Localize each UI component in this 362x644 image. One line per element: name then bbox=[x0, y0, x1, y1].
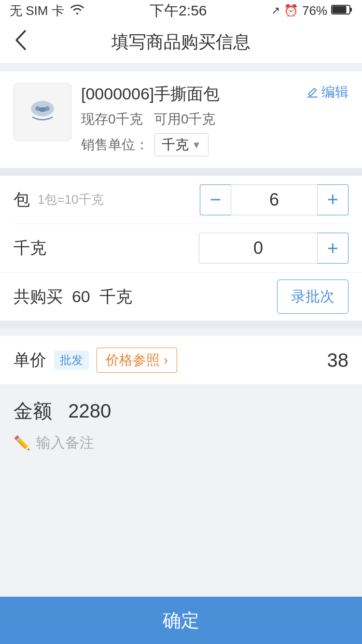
svg-point-6 bbox=[39, 107, 46, 112]
kg-qty-control: + bbox=[199, 233, 348, 264]
product-thumbnail bbox=[14, 83, 71, 141]
price-tag: 批发 bbox=[54, 350, 89, 370]
confirm-button[interactable]: 确定 bbox=[0, 597, 362, 644]
price-row: 单价 批发 价格参照 › 38 bbox=[14, 348, 348, 373]
svg-rect-1 bbox=[350, 8, 352, 12]
amount-row: 金额 2280 bbox=[14, 398, 348, 424]
price-reference-button[interactable]: 价格参照 › bbox=[97, 348, 177, 373]
nav-bar: 填写商品购买信息 bbox=[0, 21, 362, 64]
bag-minus-button[interactable]: − bbox=[200, 184, 231, 215]
bag-qty-control: − + bbox=[200, 184, 348, 215]
kg-label: 千克 bbox=[14, 237, 46, 259]
bag-hint: 1包=10千克 bbox=[38, 191, 104, 208]
back-button[interactable] bbox=[14, 29, 27, 56]
product-unit-row: 销售单位： 千克 ▼ bbox=[81, 133, 348, 156]
separator-2 bbox=[0, 321, 362, 328]
kg-input-row: 千克 + bbox=[14, 224, 348, 272]
price-value: 38 bbox=[327, 350, 349, 371]
summary-text: 共购买 60 千克 bbox=[14, 286, 132, 308]
kg-quantity-input[interactable] bbox=[199, 233, 318, 264]
battery-icon bbox=[331, 3, 352, 18]
remark-row[interactable]: ✏️ 输入备注 bbox=[14, 433, 348, 453]
record-batch-button[interactable]: 录批次 bbox=[277, 280, 348, 314]
input-section: 包 1包=10千克 − + 千克 + bbox=[0, 176, 362, 272]
remark-placeholder: 输入备注 bbox=[36, 433, 94, 453]
bag-input-row: 包 1包=10千克 − + bbox=[14, 176, 348, 224]
bag-plus-button[interactable]: + bbox=[318, 184, 348, 215]
page-title: 填写商品购买信息 bbox=[111, 30, 251, 54]
product-stock: 现存0千克 可用0千克 bbox=[81, 110, 348, 128]
status-bar: 无 SIM 卡 下午2:56 ↗ ⏰ 76% bbox=[0, 0, 362, 21]
bag-quantity-input[interactable] bbox=[231, 184, 318, 215]
bottom-empty-area bbox=[0, 461, 362, 605]
status-time: 下午2:56 bbox=[150, 1, 207, 21]
kg-plus-button[interactable]: + bbox=[318, 233, 348, 264]
bag-label: 包 1包=10千克 bbox=[14, 189, 104, 211]
status-right: ↗ ⏰ 76% bbox=[271, 3, 352, 18]
price-section: 单价 批发 价格参照 › 38 bbox=[0, 336, 362, 384]
carrier-text: 无 SIM 卡 bbox=[10, 2, 64, 19]
alarm-icon: ⏰ bbox=[284, 4, 298, 17]
pencil-icon: ✏️ bbox=[14, 435, 30, 451]
battery-text: 76% bbox=[302, 3, 327, 18]
amount-section: 金额 2280 ✏️ 输入备注 bbox=[0, 384, 362, 461]
product-card: [0000006]手撕面包 现存0千克 可用0千克 销售单位： 千克 ▼ 编辑 bbox=[0, 71, 362, 168]
chevron-down-icon: ▼ bbox=[192, 140, 201, 151]
edit-button[interactable]: 编辑 bbox=[306, 83, 348, 101]
location-icon: ↗ bbox=[271, 4, 280, 17]
separator-1 bbox=[0, 168, 362, 176]
unit-select[interactable]: 千克 ▼ bbox=[154, 133, 209, 156]
amount-value: 2280 bbox=[68, 400, 111, 421]
wifi-icon bbox=[69, 3, 85, 18]
status-left: 无 SIM 卡 bbox=[10, 2, 85, 19]
svg-rect-2 bbox=[332, 6, 346, 13]
price-label: 单价 bbox=[14, 349, 46, 371]
summary-row: 共购买 60 千克 录批次 bbox=[0, 272, 362, 321]
